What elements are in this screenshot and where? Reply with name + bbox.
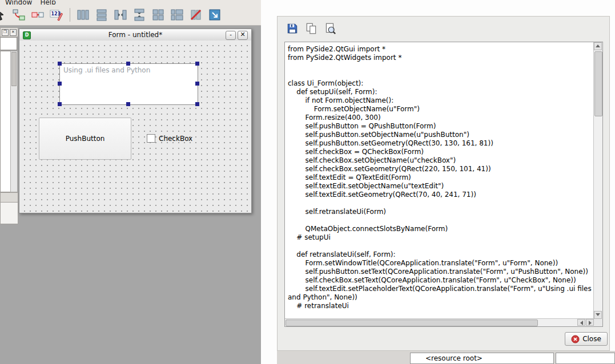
vertical-scroll-thumb[interactable] xyxy=(594,51,602,116)
app-chrome: Window Help 123 xyxy=(0,0,261,26)
dialog-toolbar xyxy=(286,22,337,35)
scroll-left-button[interactable] xyxy=(577,319,585,326)
scroll-up-icon xyxy=(596,45,600,47)
main-toolbar: 123 xyxy=(0,5,261,25)
horizontal-scroll-thumb[interactable] xyxy=(286,319,538,326)
textedit-placeholder: Using .ui files and Python xyxy=(60,64,198,76)
dock-section-body xyxy=(0,202,18,224)
checkbox-label: CheckBox xyxy=(159,135,192,143)
adjust-size-icon[interactable] xyxy=(207,7,223,23)
selection-handle[interactable] xyxy=(126,62,130,66)
dock-close-icon[interactable]: ✕ xyxy=(10,29,17,36)
resource-root-item[interactable]: <resource root> xyxy=(425,354,483,362)
scroll-right-button[interactable] xyxy=(586,319,594,326)
pushbutton-widget[interactable]: PushButton xyxy=(39,118,131,160)
generated-python-code[interactable]: from PySide2.QtGui import * from PySide2… xyxy=(285,42,594,310)
resource-tree[interactable]: <resource root> xyxy=(410,353,554,364)
selection-handle[interactable] xyxy=(58,102,62,106)
save-icon[interactable] xyxy=(286,22,299,35)
checkbox-widget[interactable]: CheckBox xyxy=(147,134,192,143)
layout-horizontally-icon[interactable] xyxy=(75,7,91,23)
layout-vertical-splitter-icon[interactable] xyxy=(131,7,147,23)
textedit-widget[interactable]: Using .ui files and Python xyxy=(59,63,198,105)
selection-handle[interactable] xyxy=(195,62,199,66)
scrollbar-corner xyxy=(594,319,602,326)
close-button-label: Close xyxy=(582,335,601,343)
edit-widgets-icon[interactable] xyxy=(0,7,8,23)
close-red-icon xyxy=(571,335,580,343)
checkbox-box-icon[interactable] xyxy=(147,134,155,143)
dock-list[interactable] xyxy=(0,51,11,192)
find-icon[interactable] xyxy=(323,22,337,35)
resource-side-panel[interactable] xyxy=(556,353,615,364)
scroll-down-button[interactable] xyxy=(594,311,602,319)
vertical-scrollbar[interactable] xyxy=(593,42,602,319)
svg-text:123: 123 xyxy=(51,11,61,17)
layout-grid-icon[interactable] xyxy=(150,7,166,23)
menubar: Window Help xyxy=(0,0,261,5)
form-window-titlebar[interactable]: D Form - untitled* - ✕ xyxy=(19,29,251,41)
dock-scroll-thumb[interactable] xyxy=(11,52,17,86)
layout-horizontal-splitter-icon[interactable] xyxy=(112,7,128,23)
menu-help[interactable]: Help xyxy=(40,0,55,5)
scroll-up-button[interactable] xyxy=(594,42,602,50)
code-text[interactable]: from PySide2.QtGui import * from PySide2… xyxy=(285,42,594,319)
dock-float-icon[interactable]: ❐ xyxy=(2,29,9,36)
selection-handle[interactable] xyxy=(195,82,199,86)
copy-icon[interactable] xyxy=(304,22,318,35)
layout-vertically-icon[interactable] xyxy=(94,7,110,23)
break-layout-icon[interactable] xyxy=(188,7,204,23)
horizontal-scrollbar[interactable] xyxy=(285,318,594,326)
close-button[interactable]: Close xyxy=(565,332,608,346)
dock-section-header[interactable] xyxy=(0,192,18,203)
selection-handle[interactable] xyxy=(126,102,130,106)
menu-window[interactable]: Window xyxy=(5,0,32,5)
form-editor-window: D Form - untitled* - ✕ Using .ui files a… xyxy=(19,29,252,213)
edit-tab-order-icon[interactable]: 123 xyxy=(49,7,65,23)
dock-titlebar[interactable]: ❐ ✕ xyxy=(0,27,18,37)
pushbutton-label: PushButton xyxy=(66,135,105,143)
edit-buddies-icon[interactable] xyxy=(30,7,46,23)
scroll-right-icon xyxy=(589,321,592,325)
selection-handle[interactable] xyxy=(195,102,199,106)
dock-scrollbar[interactable] xyxy=(10,51,18,192)
scroll-left-icon xyxy=(580,321,583,325)
layout-form-icon[interactable] xyxy=(169,7,185,23)
selection-handle[interactable] xyxy=(58,62,62,66)
edit-signals-slots-icon[interactable] xyxy=(11,7,27,23)
code-preview-dialog: from PySide2.QtGui import * from PySide2… xyxy=(277,16,610,351)
toolbar-separator xyxy=(70,8,70,22)
form-window-title: Form - untitled* xyxy=(19,31,251,39)
selection-handle[interactable] xyxy=(58,82,62,86)
code-viewer[interactable]: from PySide2.QtGui import * from PySide2… xyxy=(284,42,603,327)
form-canvas[interactable]: Using .ui files and Python PushButton Ch… xyxy=(19,41,251,213)
dock-filter-input[interactable] xyxy=(0,37,17,50)
scroll-down-icon xyxy=(596,313,600,316)
minimize-button[interactable]: - xyxy=(226,31,236,40)
close-window-button[interactable]: ✕ xyxy=(238,31,248,40)
